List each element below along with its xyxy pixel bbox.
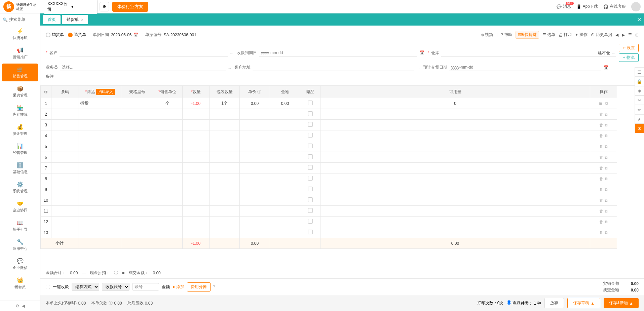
- row-gift[interactable]: [300, 98, 320, 109]
- sidebar-item-basic-info[interactable]: ℹ️ 基础信息: [2, 159, 38, 177]
- sidebar-item-marketing[interactable]: 📢 营销推广: [2, 44, 38, 62]
- salesperson-input[interactable]: [60, 64, 226, 71]
- logistics-button[interactable]: + 物流: [619, 53, 639, 62]
- sidebar-item-system[interactable]: ⚙️ 系统管理: [2, 179, 38, 196]
- expense-info-icon[interactable]: ?: [213, 284, 216, 289]
- message-button[interactable]: 💬 消息 99+: [557, 4, 571, 9]
- warehouse-dots[interactable]: ...: [612, 50, 615, 55]
- row-amount[interactable]: 0.00: [270, 98, 300, 109]
- close-panel-icon[interactable]: ✕: [637, 16, 641, 23]
- scan-btn[interactable]: 扫码录入: [96, 89, 115, 95]
- col-settings[interactable]: ⚙: [41, 86, 51, 98]
- history-btn[interactable]: ⏱ 历史单据: [591, 32, 612, 38]
- address-dots[interactable]: ...: [416, 65, 420, 70]
- salesperson-dots[interactable]: ...: [228, 65, 231, 70]
- right-icon-7[interactable]: ✉: [635, 124, 644, 133]
- copy-icon[interactable]: ⧉: [605, 209, 608, 213]
- radio-return-order[interactable]: 退货单: [68, 32, 86, 38]
- trial-button[interactable]: 体验行业方案: [112, 2, 148, 12]
- copy-icon[interactable]: ⧉: [605, 112, 608, 117]
- customer-input[interactable]: [60, 49, 228, 56]
- copy-icon[interactable]: ⧉: [605, 230, 608, 235]
- right-icon-1[interactable]: ☰: [635, 67, 644, 77]
- right-icon-5[interactable]: ✏: [635, 105, 644, 114]
- sidebar-item-quick-nav[interactable]: ⚡ 快捷导航: [2, 25, 38, 43]
- sidebar-item-collaboration[interactable]: 🤝 企业协同: [2, 198, 38, 216]
- delete-icon[interactable]: 🗑: [599, 112, 603, 117]
- delete-icon[interactable]: 🗑: [599, 144, 603, 149]
- select-btn[interactable]: ☰ 选单: [542, 32, 555, 38]
- save-draft-button[interactable]: 保存草稿 ▲: [567, 298, 600, 308]
- settings-button[interactable]: ⊕ 设置: [619, 44, 639, 52]
- row-product[interactable]: 拆货: [78, 98, 122, 109]
- product-types-radio[interactable]: [507, 300, 511, 305]
- grid-view-icon[interactable]: ⊞: [635, 33, 639, 37]
- remarks-input[interactable]: [57, 73, 639, 80]
- help-btn[interactable]: ? 帮助: [501, 32, 512, 38]
- account-input[interactable]: [132, 283, 159, 290]
- tab-home[interactable]: 首页: [43, 15, 61, 24]
- sidebar-item-inventory[interactable]: 🏪 库存核算: [2, 102, 38, 120]
- delete-icon[interactable]: 🗑: [599, 209, 603, 213]
- row-spec[interactable]: [122, 98, 152, 109]
- sidebar-item-sales[interactable]: 🛒 销售管理: [2, 64, 38, 81]
- copy-icon[interactable]: ⧉: [605, 198, 608, 203]
- one-click-payment-checkbox[interactable]: [46, 285, 50, 289]
- estimated-date-input[interactable]: [449, 64, 601, 71]
- delete-icon[interactable]: 🗑: [599, 198, 603, 203]
- warehouse-input[interactable]: [441, 49, 616, 56]
- delete-icon[interactable]: 🗑: [599, 166, 603, 170]
- bill-arrears-info-icon[interactable]: ⓘ: [109, 300, 113, 306]
- tab-sales-order[interactable]: 销货单 ✕: [62, 15, 88, 24]
- sidebar-item-apps[interactable]: 🔧 应用中心: [2, 236, 38, 254]
- abandon-button[interactable]: 放弃: [544, 298, 564, 308]
- save-new-button[interactable]: 保存&新增 ▲: [604, 298, 639, 308]
- tab-close-icon[interactable]: ✕: [81, 18, 83, 22]
- copy-icon[interactable]: ⧉: [605, 101, 608, 106]
- app-download-button[interactable]: 📱 App下载: [576, 4, 598, 9]
- sidebar-item-finance[interactable]: 💰 资金管理: [2, 121, 38, 139]
- prev-icon[interactable]: ◀: [615, 33, 618, 37]
- expense-split-button[interactable]: 费用分摊: [187, 282, 211, 291]
- right-icon-4[interactable]: ✂: [635, 95, 644, 105]
- list-view-icon[interactable]: ☰: [628, 33, 632, 37]
- account-select[interactable]: 收款账号: [102, 283, 129, 291]
- sidebar-item-vip[interactable]: 👑 畅会员: [2, 274, 38, 292]
- estimated-cal-icon[interactable]: 📅: [603, 65, 608, 70]
- sidebar-item-purchase[interactable]: 📦 采购管理: [2, 83, 38, 101]
- delete-icon[interactable]: 🗑: [599, 177, 603, 181]
- sidebar-item-guide[interactable]: 📖 新手引导: [2, 217, 38, 235]
- add-icon[interactable]: ● 添加: [173, 284, 184, 290]
- radio-sales-order[interactable]: 销货单: [46, 32, 64, 38]
- right-icon-6[interactable]: ★: [635, 114, 644, 124]
- customer-dots[interactable]: ...: [230, 50, 233, 55]
- settings-icon[interactable]: ⚙: [100, 2, 109, 11]
- operation-btn[interactable]: ✦ 操作: [575, 32, 588, 38]
- company-selector[interactable]: XXXXXX公司 ▾: [44, 0, 98, 14]
- online-service-button[interactable]: 🎧 在线客服: [603, 4, 626, 9]
- delete-icon[interactable]: 🗑: [599, 220, 603, 224]
- copy-icon[interactable]: ⧉: [605, 123, 608, 127]
- payment-cal-icon[interactable]: 📅: [419, 50, 424, 55]
- video-btn[interactable]: ⊕ 视频: [481, 32, 493, 38]
- copy-icon[interactable]: ⧉: [605, 155, 608, 160]
- sidebar-search[interactable]: 🔍 搜索菜单: [0, 15, 40, 25]
- copy-icon[interactable]: ⧉: [605, 133, 608, 138]
- next-icon[interactable]: ▶: [622, 33, 625, 37]
- copy-icon[interactable]: ⧉: [605, 220, 608, 224]
- copy-icon[interactable]: ⧉: [605, 177, 608, 181]
- payment-date-input[interactable]: [259, 49, 417, 56]
- delete-icon[interactable]: 🗑: [599, 101, 603, 106]
- sidebar-gear-btn[interactable]: ⚙: [15, 304, 19, 308]
- delete-icon[interactable]: 🗑: [599, 155, 603, 160]
- right-icon-3[interactable]: ⊕: [635, 86, 644, 95]
- copy-icon[interactable]: ⧉: [605, 166, 608, 170]
- row-barcode[interactable]: [51, 98, 78, 109]
- sidebar-item-wechat[interactable]: 💬 企业微信: [2, 255, 38, 273]
- copy-icon[interactable]: ⧉: [605, 144, 608, 149]
- row-unit[interactable]: 个: [152, 98, 183, 109]
- delete-icon[interactable]: 🗑: [599, 230, 603, 235]
- sidebar-item-operations[interactable]: 📊 经营管理: [2, 140, 38, 158]
- row-qty[interactable]: -1.00: [183, 98, 210, 109]
- row-pack-qty[interactable]: 1个: [210, 98, 240, 109]
